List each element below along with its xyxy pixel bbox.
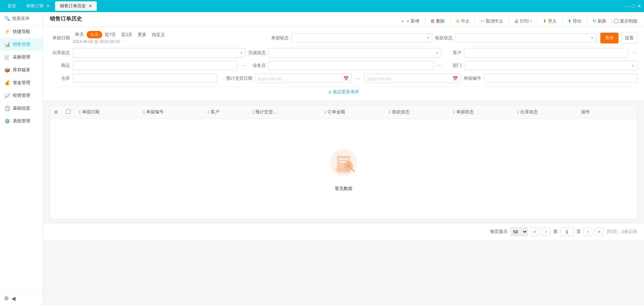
cancel-stop-button[interactable]: ↩ 取消中止 [477,17,507,26]
import-button[interactable]: ⬇ 导入 [540,17,560,26]
col-no: ↕ 单据编号 [139,106,203,119]
delete-button[interactable]: 🗑 删除 [427,17,448,26]
date-btn-today[interactable]: 今天 [87,31,102,38]
sidebar-search[interactable]: 🔍 搜索菜单 [0,12,43,25]
add-icon: ＋ [400,18,405,24]
query-buttons: 查询 设置 [600,33,637,43]
last-page-button[interactable]: » [595,227,604,236]
first-page-button[interactable]: « [530,227,539,236]
tab-home[interactable]: 首页 [3,1,21,11]
data-table: ⚙ ↕ 单据日期 ↕ 单据编号 [50,106,637,119]
sidebar: 🔍 搜索菜单 ⚡ 快捷导航 📊 销售管理 🛒 采购管理 📦 库存核算 💰 资金管… [0,12,43,305]
payment-status-caret-icon: ▾ [591,36,593,40]
display-detail-toggle[interactable]: 显示明细 [614,18,637,24]
collapse-bar[interactable]: ∧ 收起更多条件 [50,86,637,97]
system-mgmt-icon: ⚙️ [4,118,10,124]
page-number-input[interactable] [560,227,574,236]
date-btn-1month[interactable]: 近1月 [119,31,135,38]
sidebar-collapse-icon[interactable]: ◀ [11,295,15,302]
sidebar-item-purchase-mgmt-label: 采购管理 [13,54,30,60]
sidebar-item-system-mgmt[interactable]: ⚙️ 系统管理 [0,115,43,127]
customer-input[interactable] [464,48,629,58]
stop-button[interactable]: ⊘ 中止 [453,17,473,26]
expected-date-to[interactable]: yyyy-mm-dd 📅 [364,74,461,83]
completion-status-caret-icon: ▾ [436,51,438,55]
export-button[interactable]: ⬆ 导出 [564,17,585,26]
date-btn-7days[interactable]: 近7天 [102,31,119,38]
empty-state: 暂无数据 [50,119,637,219]
salesperson-dots-icon[interactable]: ··· [437,63,441,69]
order-status-select[interactable]: ▾ [291,33,432,43]
product-input[interactable] [73,61,237,70]
page-header-section: 销售订单历史 ＋ + 新增 🗑 删除 ⊘ 中止 [43,12,644,27]
department-select[interactable]: ▾ [464,61,637,70]
divider-2 [450,18,450,24]
filter-row-1: 单据日期 昨天 今天 近7天 近1月 更多 自定义 2023-06-02 至 2… [50,31,637,45]
sidebar-item-basic-info[interactable]: 📋 基础信息 [0,102,43,115]
sidebar-item-finance[interactable]: 💰 资金管理 [0,76,43,89]
maximize-button[interactable]: □ [632,3,635,9]
tab-sales-order-history-close[interactable]: ✕ [89,4,92,8]
delete-icon: 🗑 [430,18,435,24]
select-all-checkbox[interactable] [66,109,71,114]
expected-date-from[interactable]: yyyy-mm-dd 📅 [255,74,352,83]
sidebar-item-sales-mgmt[interactable]: 📊 销售管理 [0,38,43,51]
table-settings-icon[interactable]: ⚙ [54,110,58,115]
close-button[interactable]: ✕ [637,3,641,9]
completion-status-select[interactable]: ▾ [268,48,441,58]
search-icon: 🔍 [4,16,10,21]
sidebar-item-quick-nav[interactable]: ⚡ 快捷导航 [0,25,43,38]
query-button[interactable]: 查询 [600,33,618,43]
payment-status-select[interactable]: ▾ [455,33,596,43]
refresh-button[interactable]: ↻ 刷新 [589,17,610,26]
sidebar-item-operations[interactable]: 📈 经营管理 [0,89,43,102]
tab-sales-order-history[interactable]: 销售订单历史 ✕ [55,1,97,11]
col-pay-status: ↕ 收款状态 [385,106,449,119]
next-page-button[interactable]: › [584,227,592,236]
print-button[interactable]: 🖨 打印 ▾ [511,17,535,26]
filter-row-3: 商品 ··· 业务员 ··· 部门 ▾ [50,61,637,70]
filter-date: 单据日期 昨天 今天 近7天 近1月 更多 自定义 2023-06-02 至 2… [50,31,268,45]
warehouse-dots-icon[interactable]: ··· [221,75,226,81]
sidebar-settings-icon[interactable]: ⚙ [4,295,9,302]
sidebar-item-finance-label: 资金管理 [13,80,30,86]
product-dots-icon[interactable]: ··· [241,63,246,69]
order-no-input[interactable] [484,74,637,83]
minimize-button[interactable]: — [625,3,629,9]
divider-1 [425,18,425,24]
sidebar-item-purchase-mgmt[interactable]: 🛒 采购管理 [0,51,43,64]
main-layout: 🔍 搜索菜单 ⚡ 快捷导航 📊 销售管理 🛒 采购管理 📦 库存核算 💰 资金管… [0,12,644,305]
prev-page-button[interactable]: ‹ [542,227,551,236]
print-icon: 🖨 [514,18,519,24]
divider-6 [562,18,562,24]
outbound-status-select[interactable]: ▾ [73,48,246,58]
settings-query-button[interactable]: 设置 [621,33,637,43]
date-btn-more[interactable]: 更多 [135,31,149,38]
tab-sales-order-close[interactable]: ✕ [46,4,50,8]
customer-label: 客户 [441,50,462,56]
warehouse-input[interactable] [73,74,217,83]
col-action: 操作 [577,106,637,119]
refresh-icon: ↻ [593,18,596,24]
col-settings: ⚙ [50,106,62,119]
display-detail-checkbox[interactable] [614,19,618,23]
top-tab-bar: 首页 销售订单 ✕ 销售订单历史 ✕ — □ ✕ [0,0,644,12]
date-btn-yesterday[interactable]: 昨天 [73,31,87,38]
tab-home-label: 首页 [7,3,16,9]
divider-5 [537,18,538,24]
add-button[interactable]: ＋ + 新增 [397,17,423,26]
collapse-arrow-icon: ∧ [328,89,332,94]
tab-sales-order[interactable]: 销售订单 ✕ [22,1,54,11]
filter-salesperson: 业务员 ··· [246,61,441,70]
customer-dots-icon[interactable]: ··· [633,50,637,56]
filter-order-status: 单据状态 ▾ [268,33,432,43]
sidebar-item-inventory[interactable]: 📦 库存核算 [0,64,43,76]
salesperson-input[interactable] [268,61,433,70]
page-size-select[interactable]: 10 20 50 100 [510,227,528,236]
outbound-status-caret-icon: ▾ [241,51,243,55]
warehouse-label: 仓库 [50,75,70,81]
filter-row-4: 仓库 ··· 预计交货日期 yyyy-mm-dd 📅 — yyyy-mm-dd … [50,74,637,83]
date-btn-custom[interactable]: 自定义 [149,31,168,38]
order-status-caret-icon: ▾ [427,36,429,40]
toolbar: ＋ + 新增 🗑 删除 ⊘ 中止 ↩ [397,17,637,26]
